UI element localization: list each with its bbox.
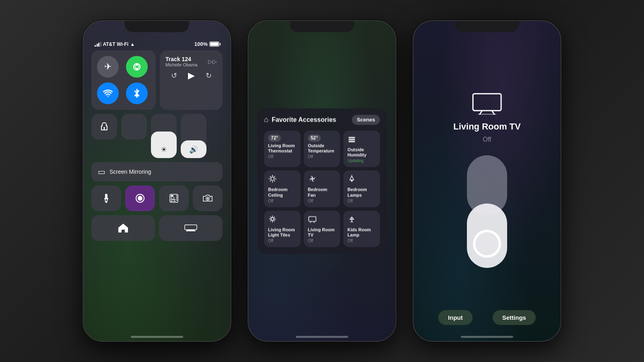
bedroom-lamps-tile[interactable]: Bedroom Lamps Off (343, 171, 380, 207)
svg-point-7 (138, 196, 142, 201)
tv-device-name: Living Room TV (453, 121, 520, 132)
phone-home-favorites: ⌂ Favorite Accessories Scenes 72° Living… (248, 20, 396, 342)
notch1 (125, 21, 189, 32)
bedroom-fan-name: Bedroom Fan (308, 187, 336, 198)
phone3-background: Living Room TV Off (413, 21, 561, 341)
outside-temp-value: 52° (308, 134, 321, 142)
cc-second-row: ☀ 🔊 (91, 114, 223, 158)
screen-mirror-icon: ▭ (98, 167, 105, 177)
cc-apps-row (91, 215, 223, 241)
phone2-background: ⌂ Favorite Accessories Scenes 72° Living… (248, 21, 396, 341)
humidity-tile[interactable]: Outside Humidity Updating (343, 130, 380, 167)
kids-lamp-status: Off (347, 239, 353, 243)
bedroom-fan-icon (308, 175, 317, 186)
bedroom-fan-tile[interactable]: Bedroom Fan Off (304, 171, 341, 207)
forward-button[interactable]: ↻ (206, 71, 212, 80)
bluetooth-button[interactable] (126, 82, 148, 104)
favorites-card: ⌂ Favorite Accessories Scenes 72° Living… (258, 108, 386, 253)
screen-record-button[interactable] (125, 185, 155, 211)
home-indicator-3 (461, 336, 513, 338)
tv-device-section: Living Room TV Off (453, 92, 520, 143)
svg-rect-16 (171, 199, 175, 200)
svg-rect-4 (105, 194, 107, 198)
svg-rect-27 (349, 141, 355, 142)
settings-button[interactable]: Settings (493, 310, 536, 325)
home-indicator-1 (131, 336, 183, 338)
svg-rect-5 (105, 199, 107, 201)
svg-rect-25 (349, 137, 355, 138)
favorites-title-area: ⌂ Favorite Accessories (264, 115, 336, 124)
airplay-icon[interactable]: ▷▷ (208, 58, 217, 65)
lr-light-tiles-tile[interactable]: Living Room Light Tiles Off (264, 210, 301, 247)
svg-point-28 (271, 177, 274, 181)
humidity-name: Outside Humidity (347, 147, 376, 158)
cc-bottom-row (91, 185, 223, 211)
svg-rect-22 (185, 225, 197, 230)
lr-tv-icon (308, 214, 317, 226)
cc-screen-row: ▭ Screen Mirroring (91, 162, 223, 181)
thermostat-status: Off (268, 155, 273, 159)
music-panel: Track 124 Michelle Obama ▷▷ ↺ ▶ ↻ (160, 50, 223, 110)
svg-point-14 (173, 197, 175, 199)
home-icon: ⌂ (264, 115, 268, 124)
bedroom-ceiling-tile[interactable]: Bedroom Ceiling Off (264, 171, 301, 207)
phone3-inner: Living Room TV Off (413, 21, 561, 341)
lr-tv-tile[interactable]: Living Room TV Off (304, 210, 341, 247)
tv-device-icon (471, 92, 503, 117)
thermostat-value: 72° (268, 134, 281, 142)
calculator-button[interactable] (159, 185, 189, 211)
svg-point-10 (176, 195, 178, 197)
phone1-background: AT&T Wi-Fi ▲ 100% (83, 21, 231, 341)
connectivity-panel: ✈ (91, 50, 156, 110)
kids-lamp-tile[interactable]: Kids Room Lamp Off (343, 210, 380, 247)
input-button[interactable]: Input (438, 310, 473, 325)
bedroom-lamps-name: Bedroom Lamps (347, 187, 376, 198)
do-not-disturb-button[interactable] (121, 114, 147, 140)
tv-buttons-row: Input Settings (438, 310, 536, 325)
rewind-button[interactable]: ↺ (171, 71, 177, 80)
svg-rect-9 (171, 195, 173, 197)
svg-point-1 (136, 66, 138, 68)
thermostat-name: Living Room Thermostat (268, 143, 297, 154)
cellular-button[interactable] (126, 56, 148, 78)
connect-grid: ✈ (97, 56, 150, 104)
brightness-slider[interactable]: ☀ (151, 114, 177, 158)
phone1-inner: AT&T Wi-Fi ▲ 100% (83, 21, 231, 341)
flashlight-button[interactable] (91, 185, 121, 211)
thermostat-tile[interactable]: 72° Living Room Thermostat Off (264, 130, 301, 167)
svg-rect-33 (309, 216, 316, 221)
kids-lamp-name: Kids Room Lamp (347, 227, 376, 238)
accessories-grid: 72° Living Room Thermostat Off 52° Outsi… (264, 130, 380, 247)
svg-point-29 (312, 178, 313, 180)
favorites-header: ⌂ Favorite Accessories Scenes (264, 115, 380, 125)
battery-percent: 100% (194, 41, 208, 47)
svg-point-3 (103, 127, 105, 129)
battery-area: 100% (194, 41, 219, 47)
favorites-title: Favorite Accessories (272, 116, 336, 123)
tv-remote-section (461, 151, 513, 272)
appletv-button[interactable] (159, 215, 223, 241)
signal-bars (95, 42, 101, 47)
lr-light-tiles-name: Living Room Light Tiles (268, 227, 297, 238)
outside-temp-tile[interactable]: 52° Outside Temperature Off (304, 130, 341, 167)
home-app-button[interactable] (91, 215, 155, 241)
volume-slider[interactable]: 🔊 (181, 114, 206, 158)
screen-mirroring-button[interactable]: ▭ Screen Mirroring (91, 162, 223, 181)
phone-living-room-tv: Living Room TV Off (413, 20, 561, 342)
play-button[interactable]: ▶ (188, 70, 195, 81)
home-indicator-2 (296, 336, 348, 338)
screen-lock-button[interactable] (91, 114, 117, 140)
bedroom-lamps-icon (347, 175, 356, 186)
scenes-button[interactable]: Scenes (352, 115, 380, 125)
bedroom-lamps-status: Off (347, 199, 353, 203)
svg-point-15 (171, 197, 172, 199)
music-top: Track 124 Michelle Obama ▷▷ (165, 56, 217, 67)
airplane-mode-button[interactable]: ✈ (97, 56, 119, 78)
svg-rect-30 (351, 180, 353, 182)
phone-control-center: AT&T Wi-Fi ▲ 100% (83, 20, 231, 342)
svg-rect-24 (186, 230, 196, 231)
tv-content: Living Room TV Off (413, 21, 561, 341)
cc-top-row: ✈ (91, 50, 223, 110)
wifi-button[interactable] (97, 82, 119, 104)
camera-button[interactable] (193, 185, 223, 211)
